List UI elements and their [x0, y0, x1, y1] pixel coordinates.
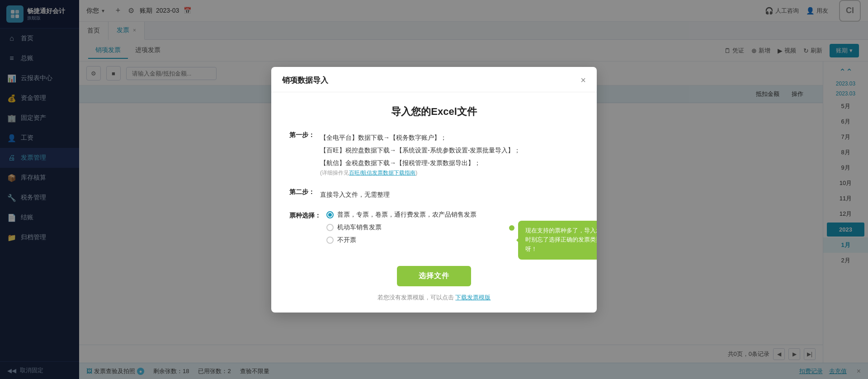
import-modal: 销项数据导入 × 导入您的Excel文件 第一步： 【全电平台】数据下载→【税务…	[271, 67, 597, 313]
tooltip-bubble: × 现在支持的票种多了，导入发票时别忘了选择正确的发票类型呀！	[518, 221, 597, 260]
radio-normal-label: 普票，专票，卷票，通行费发票，农产品销售发票	[337, 211, 476, 219]
modal-header: 销项数据导入 ×	[271, 67, 597, 92]
radio-normal[interactable]: 普票，专票，卷票，通行费发票，农产品销售发票	[326, 211, 476, 219]
tooltip-dot	[509, 225, 514, 231]
step1-line2: 【百旺】税控盘数据下载→【系统设置-系统参数设置-发票批量导入】；	[320, 144, 520, 156]
step1-line1: 【全电平台】数据下载→【税务数字账户】；	[320, 131, 520, 144]
radio-normal-circle	[326, 211, 334, 218]
modal-step1: 第一步： 【全电平台】数据下载→【税务数字账户】； 【百旺】税控盘数据下载→【系…	[289, 131, 579, 178]
step1-detail-link[interactable]: 百旺/航信发票数据下载指南	[349, 170, 415, 176]
step1-content: 【全电平台】数据下载→【税务数字账户】； 【百旺】税控盘数据下载→【系统设置-系…	[320, 131, 520, 178]
radio-noticket-circle	[326, 237, 334, 244]
modal-close-btn[interactable]: ×	[580, 76, 586, 85]
ticket-label: 票种选择：	[289, 211, 321, 220]
ticket-selection: 票种选择： 普票，专票，卷票，通行费发票，农产品销售发票 机动车销售发票	[289, 211, 579, 255]
radio-noticket-label: 不开票	[337, 236, 356, 244]
modal-body: 导入您的Excel文件 第一步： 【全电平台】数据下载→【税务数字账户】； 【百…	[271, 92, 597, 313]
tooltip-text: 现在支持的票种多了，导入发票时别忘了选择正确的发票类型呀！	[525, 227, 597, 253]
modal-title: 销项数据导入	[282, 75, 328, 85]
select-file-btn[interactable]: 选择文件	[397, 266, 471, 286]
footer-text: 若您没有发票模版，可以点击	[377, 294, 454, 301]
step2-content: 直接导入文件，无需整理	[320, 188, 390, 201]
radio-noticket[interactable]: 不开票	[326, 236, 476, 244]
radio-group: 普票，专票，卷票，通行费发票，农产品销售发票 机动车销售发票 不开票	[326, 211, 476, 249]
modal-overlay: 销项数据导入 × 导入您的Excel文件 第一步： 【全电平台】数据下载→【税务…	[0, 0, 868, 379]
download-template-link[interactable]: 下载发票模版	[455, 294, 491, 301]
radio-normal-dot	[328, 213, 332, 217]
tooltip-anchor: × 现在支持的票种多了，导入发票时别忘了选择正确的发票类型呀！	[509, 225, 514, 232]
step2-label: 第二步：	[289, 188, 315, 196]
radio-motor-circle	[326, 224, 334, 231]
modal-footer: 若您没有发票模版，可以点击 下载发票模版	[289, 294, 579, 302]
modal-step2: 第二步： 直接导入文件，无需整理	[289, 188, 579, 201]
step1-label: 第一步：	[289, 131, 315, 139]
radio-motor[interactable]: 机动车销售发票	[326, 223, 476, 232]
radio-motor-label: 机动车销售发票	[337, 223, 382, 232]
modal-big-title: 导入您的Excel文件	[289, 105, 579, 118]
